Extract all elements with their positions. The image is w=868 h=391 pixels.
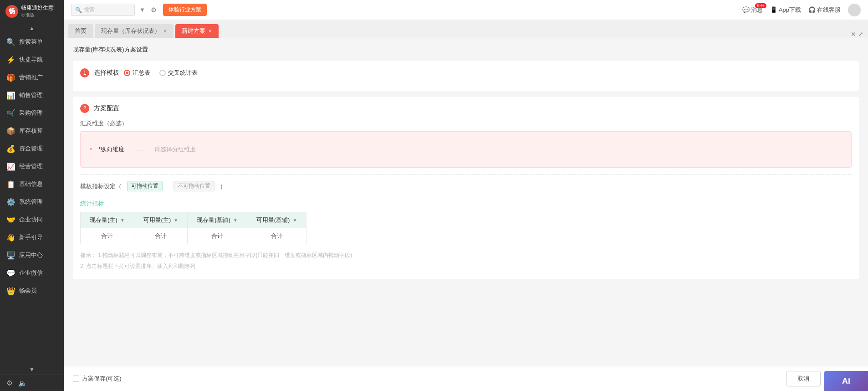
col-cur-aux-header[interactable]: 现存量(基辅) ▼ <box>188 212 247 228</box>
col-avail-aux-dropdown[interactable]: ▼ <box>292 218 297 223</box>
operations-icon: 📈 <box>6 162 15 171</box>
step2-num: 2 <box>80 104 89 113</box>
app-download-btn[interactable]: 📱 App下载 <box>770 6 801 14</box>
step2-title: 方案配置 <box>94 104 119 113</box>
tab-close-all-icon[interactable]: ✕ <box>851 31 856 38</box>
inventory-icon: 📦 <box>6 127 15 135</box>
search-box[interactable]: 🔍 搜索 <box>71 4 135 16</box>
tab-new-scheme-close[interactable]: ✕ <box>208 28 212 34</box>
sidebar-item-shortcut[interactable]: ⚡ 快捷导航 <box>0 51 64 69</box>
step2-header: 2 方案配置 <box>80 104 852 113</box>
online-service-btn[interactable]: 🎧 在线客服 <box>808 6 841 14</box>
step2-card: 2 方案配置 汇总维度（必选） * *纵向维度 —— 请选择分组维度 模板指标设… <box>73 97 859 279</box>
dash-separator: —— <box>133 146 145 153</box>
sidebar-item-appstore[interactable]: 🖥️ 应用中心 <box>0 247 64 264</box>
appstore-icon: 🖥️ <box>6 251 15 260</box>
sidebar-item-corp[interactable]: 🤝 企业协同 <box>0 211 64 229</box>
tab-new-scheme[interactable]: 新建方案 ✕ <box>175 24 219 38</box>
col-avail-main-header[interactable]: 可用量(主) ▼ <box>134 212 188 228</box>
section-divider <box>80 174 852 175</box>
save-option[interactable]: 方案保存(可选) <box>73 375 122 383</box>
bottom-bar: 方案保存(可选) 取消 查询 <box>64 366 868 391</box>
ai-assistant-button[interactable]: Ai <box>824 371 868 391</box>
chevron-down-icon[interactable]: ▼ <box>139 6 145 13</box>
col-avail-main-dropdown[interactable]: ▼ <box>174 218 178 223</box>
marketing-icon: 🎁 <box>6 73 15 82</box>
tab-expand-icon[interactable]: ⤢ <box>858 31 863 38</box>
volume-icon[interactable]: 🔈 <box>18 379 27 387</box>
sidebar-item-inventory[interactable]: 📦 库存核算 <box>0 122 64 140</box>
aggregation-label: 汇总维度（必选） <box>80 119 852 128</box>
sales-icon: 📊 <box>6 91 15 100</box>
sidebar-item-label: 搜索菜单 <box>19 38 43 46</box>
step1-title: 选择模板 <box>94 69 119 77</box>
sidebar-item-label: 新手引导 <box>19 233 43 242</box>
sidebar-item-sales[interactable]: 📊 销售管理 <box>0 87 64 104</box>
sidebar-footer: ⚙ 🔈 <box>0 375 64 391</box>
tab-inventory-label: 现存量（库存状况表） <box>101 27 160 35</box>
newbie-icon: 👋 <box>6 233 15 242</box>
cancel-button[interactable]: 取消 <box>786 371 821 386</box>
sidebar-item-label: 营销推广 <box>19 73 43 82</box>
shortcut-icon: ⚡ <box>6 56 15 64</box>
required-star: * <box>90 146 92 153</box>
radio-cross-circle <box>159 70 166 76</box>
col-cur-aux-dropdown[interactable]: ▼ <box>233 218 238 223</box>
sidebar-item-label: 经营管理 <box>19 162 43 170</box>
sidebar-item-wechat[interactable]: 💬 企业微信 <box>0 264 64 282</box>
sidebar-scroll-down[interactable]: ▼ <box>0 365 64 375</box>
app-logo: 畅 畅康通好生意 标准版 <box>0 0 64 23</box>
vertical-dim-placeholder[interactable]: 请选择分组维度 <box>154 145 196 154</box>
tab-home[interactable]: 首页 <box>68 24 93 38</box>
cell-avail-aux: 合计 <box>247 228 306 244</box>
step1-header: 1 选择模板 汇总表 交叉统计表 <box>80 68 852 77</box>
stats-label: 统计指标 <box>80 200 104 209</box>
col-cur-main-dropdown[interactable]: ▼ <box>120 218 125 223</box>
save-checkbox[interactable] <box>73 376 79 382</box>
non-draggable-tag: 不可拖动位置 <box>174 181 214 191</box>
sidebar-scroll-up[interactable]: ▲ <box>0 23 64 33</box>
main-area: 🔍 搜索 ▼ ⚙ 体验行业方案 💬 消息 99+ 📱 App下载 🎧 在线客服 <box>64 0 868 391</box>
topbar-right: 💬 消息 99+ 📱 App下载 🎧 在线客服 <box>742 4 861 16</box>
sidebar-item-member[interactable]: 👑 畅会员 <box>0 282 64 300</box>
ai-label: Ai <box>842 376 850 386</box>
cell-avail-main: 合计 <box>134 228 188 244</box>
sidebar-item-purchase[interactable]: 🛒 采购管理 <box>0 104 64 122</box>
download-icon: 📱 <box>770 6 777 13</box>
template-radio-group: 汇总表 交叉统计表 <box>124 69 198 77</box>
sidebar-item-newbie[interactable]: 👋 新手引导 <box>0 229 64 247</box>
step1-card: 1 选择模板 汇总表 交叉统计表 <box>73 61 859 91</box>
corp-icon: 🤝 <box>6 216 15 224</box>
sidebar-item-system[interactable]: ⚙️ 系统管理 <box>0 193 64 211</box>
sidebar-item-basic[interactable]: 📋 基础信息 <box>0 175 64 193</box>
message-btn[interactable]: 💬 消息 99+ <box>742 6 763 14</box>
step1-num: 1 <box>80 68 89 77</box>
sidebar-item-search[interactable]: 🔍 搜索菜单 <box>0 33 64 51</box>
sidebar-item-marketing[interactable]: 🎁 营销推广 <box>0 69 64 87</box>
settings-icon[interactable]: ⚙ <box>6 379 13 387</box>
col-cur-main-header[interactable]: 现存量(主) ▼ <box>81 212 134 228</box>
tab-inventory[interactable]: 现存量（库存状况表） ✕ <box>95 24 174 38</box>
search-menu-icon: 🔍 <box>6 38 15 46</box>
tab-new-scheme-label: 新建方案 <box>182 27 205 35</box>
sidebar-item-operations[interactable]: 📈 经营管理 <box>0 158 64 175</box>
save-label: 方案保存(可选) <box>82 375 122 383</box>
indicator-settings-suffix: ） <box>220 182 226 190</box>
col-avail-aux-header[interactable]: 可用量(基辅) ▼ <box>247 212 306 228</box>
industry-btn[interactable]: 体验行业方案 <box>163 4 207 16</box>
user-avatar[interactable] <box>848 4 861 16</box>
tab-inventory-close[interactable]: ✕ <box>163 28 167 34</box>
indicator-settings-label: 模板指标设定（ <box>80 182 122 190</box>
headset-icon: 🎧 <box>808 6 816 13</box>
gear-icon[interactable]: ⚙ <box>151 6 157 14</box>
sidebar-item-finance[interactable]: 💰 资金管理 <box>0 140 64 158</box>
sidebar-item-label: 企业微信 <box>19 269 43 277</box>
radio-summary[interactable]: 汇总表 <box>124 69 150 77</box>
radio-cross[interactable]: 交叉统计表 <box>159 69 198 77</box>
cell-cur-aux: 合计 <box>188 228 247 244</box>
search-icon: 🔍 <box>75 7 82 13</box>
cell-cur-main: 合计 <box>81 228 134 244</box>
sidebar-item-label: 库存核算 <box>19 127 43 135</box>
pink-dimension-area: * *纵向维度 —— 请选择分组维度 <box>80 131 852 168</box>
tip-2: 2. 点击标题栏下拉可设置排序、插入列和删除列 <box>80 261 852 272</box>
